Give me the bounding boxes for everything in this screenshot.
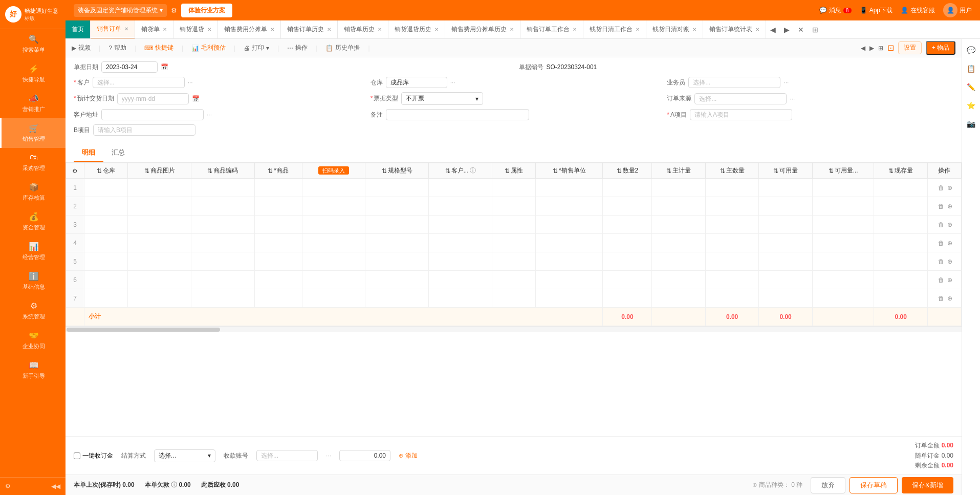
delete-icon[interactable]: 🗑 <box>938 258 944 265</box>
sidebar-item-system[interactable]: ⚙ 系统管理 <box>0 296 66 326</box>
tab-summary[interactable]: 汇总 <box>103 144 133 162</box>
row-available[interactable] <box>759 179 813 197</box>
row-main-unit[interactable] <box>652 179 706 197</box>
tab-next-button[interactable]: ▶ <box>780 20 794 39</box>
customer-more-icon[interactable]: ··· <box>188 79 193 86</box>
tab-close-icon[interactable]: ✕ <box>207 27 211 32</box>
date-input[interactable] <box>101 61 158 73</box>
delete-icon[interactable]: 🗑 <box>938 295 944 302</box>
tab-close-icon[interactable]: ✕ <box>755 27 759 32</box>
row-scan[interactable] <box>302 179 365 197</box>
tab-close-icon[interactable]: ✕ <box>434 27 439 32</box>
one-click-input[interactable] <box>74 453 80 459</box>
sidebar-item-basic[interactable]: ℹ️ 基础信息 <box>0 266 66 296</box>
view-video-button[interactable]: ▶ 视频 <box>72 44 91 52</box>
history-bill-button[interactable]: 📋 历史单据 <box>325 44 360 52</box>
tab-sales-invoice[interactable]: 销货单 ✕ <box>135 20 173 39</box>
circle-icon[interactable]: ⊙ <box>752 481 757 488</box>
customer-input[interactable] <box>93 77 185 88</box>
right-panel-btn-1[interactable]: 💬 <box>964 43 978 57</box>
tab-sales-expense[interactable]: 销售费用分摊单 ✕ <box>218 20 281 39</box>
warehouse-input[interactable] <box>386 77 447 88</box>
address-input[interactable] <box>101 109 204 120</box>
project-b-input[interactable] <box>93 124 195 136</box>
delete-icon[interactable]: 🗑 <box>938 184 944 191</box>
amount-input[interactable] <box>339 450 390 461</box>
print-button[interactable]: 🖨 打印 ▾ <box>244 44 269 52</box>
tab-order-workbench[interactable]: 销售订单工作台 ✕ <box>520 20 583 39</box>
tab-order-stats[interactable]: 销售订单统计表 ✕ <box>703 20 766 39</box>
tab-close-icon[interactable]: ✕ <box>510 27 514 32</box>
delete-icon[interactable]: 🗑 <box>938 203 944 210</box>
right-panel-btn-3[interactable]: ✏️ <box>964 80 978 94</box>
tab-return-history[interactable]: 销货退货历史 ✕ <box>388 20 445 39</box>
sidebar-item-shortcut[interactable]: ⚡ 快捷导航 <box>0 59 66 89</box>
discard-button[interactable]: 放弃 <box>811 477 845 493</box>
row-qty2[interactable] <box>603 179 652 197</box>
sidebar-item-enterprise[interactable]: 🤝 企业协同 <box>0 326 66 355</box>
row-current[interactable] <box>874 179 928 197</box>
tab-close-icon[interactable]: ✕ <box>573 27 577 32</box>
app-download-button[interactable]: 📱 App下载 <box>860 6 892 15</box>
tab-home[interactable]: 首页 <box>66 20 91 39</box>
settings-gear-icon[interactable]: ⚙ <box>171 7 177 14</box>
tab-close-icon[interactable]: ✕ <box>636 27 640 32</box>
info-icon[interactable]: ⓘ <box>470 166 476 175</box>
sidebar-item-finance[interactable]: 💰 资金管理 <box>0 207 66 236</box>
sidebar-item-operations[interactable]: 📊 经营管理 <box>0 236 66 266</box>
warehouse-more-icon[interactable]: ··· <box>450 79 455 86</box>
staff-more-icon[interactable]: ··· <box>783 79 789 86</box>
delete-icon[interactable]: 🗑 <box>938 276 944 284</box>
tab-sales-order-history[interactable]: 销售订单历史 ✕ <box>281 20 338 39</box>
payment-select[interactable]: 选择... ▾ <box>154 449 215 462</box>
expand-icon[interactable]: ⊡ <box>887 43 894 53</box>
sidebar-item-purchase[interactable]: 🛍 采购管理 <box>0 148 66 177</box>
grid-icon[interactable]: ⊞ <box>878 45 883 52</box>
tab-expense-history[interactable]: 销售费用分摊单历史 ✕ <box>445 20 520 39</box>
copy-icon[interactable]: ⊕ <box>947 221 952 228</box>
save-new-button[interactable]: 保存&新增 <box>902 477 953 493</box>
remark-input[interactable] <box>386 109 529 120</box>
copy-icon[interactable]: ⊕ <box>947 240 952 247</box>
delivery-input[interactable] <box>117 93 189 104</box>
tab-daily-reconcile[interactable]: 钱货日清对账 ✕ <box>646 20 703 39</box>
tab-prev-button[interactable]: ◀ <box>766 20 780 39</box>
th-gear[interactable]: ⚙ <box>66 163 84 179</box>
tab-close-icon[interactable]: ✕ <box>692 27 696 32</box>
order-source-more-icon[interactable]: ··· <box>790 95 795 102</box>
copy-icon[interactable]: ⊕ <box>947 184 952 191</box>
sidebar-item-marketing[interactable]: 📣 营销推广 <box>0 89 66 118</box>
operate-button[interactable]: ⋯ 操作 <box>287 44 308 52</box>
message-button[interactable]: 💬 消息 8 <box>819 6 852 15</box>
one-click-checkbox[interactable]: 一键收订金 <box>74 451 113 460</box>
tab-close-icon[interactable]: ✕ <box>378 27 382 32</box>
account-more-icon[interactable]: ··· <box>326 452 331 459</box>
copy-icon[interactable]: ⊕ <box>947 295 952 302</box>
delivery-calendar-icon[interactable]: 📅 <box>192 95 200 102</box>
row-available2[interactable] <box>812 179 874 197</box>
row-unit[interactable] <box>536 179 603 197</box>
sidebar-item-inventory[interactable]: 📦 库存核算 <box>0 177 66 207</box>
account-input[interactable] <box>256 450 318 461</box>
row-code[interactable] <box>191 179 255 197</box>
collapse-icon[interactable]: ◀◀ <box>51 483 60 490</box>
copy-icon[interactable]: ⊕ <box>947 203 952 210</box>
tab-sales-return[interactable]: 销货退货 ✕ <box>173 20 218 39</box>
nav-left-icon[interactable]: ◀ <box>861 45 865 52</box>
scan-btn[interactable]: 扫码录入 <box>318 166 349 175</box>
info-icon[interactable]: ⓘ <box>171 481 177 488</box>
settings-icon[interactable]: ⚙ <box>5 483 11 490</box>
row-attr[interactable] <box>492 179 535 197</box>
profit-button[interactable]: 📊 毛利预估 <box>191 44 226 52</box>
online-service-button[interactable]: 👤 在线客服 <box>901 6 935 15</box>
sidebar-item-sales[interactable]: 🛒 销售管理 <box>0 118 66 148</box>
shortcut-keys-button[interactable]: ⌨ 快捷键 <box>144 44 173 52</box>
tab-daily-workbench[interactable]: 钱货日清工作台 ✕ <box>583 20 646 39</box>
row-goods[interactable] <box>254 179 302 197</box>
tab-close-icon[interactable]: ✕ <box>327 27 331 32</box>
tab-close-icon[interactable]: ✕ <box>163 27 167 32</box>
row-image[interactable] <box>128 179 191 197</box>
system-selector[interactable]: 装备及固定资产辅助管理系统 ▾ <box>74 4 167 17</box>
tab-detail[interactable]: 明细 <box>74 144 103 162</box>
sidebar-item-search[interactable]: 🔍 搜索菜单 <box>0 29 66 59</box>
